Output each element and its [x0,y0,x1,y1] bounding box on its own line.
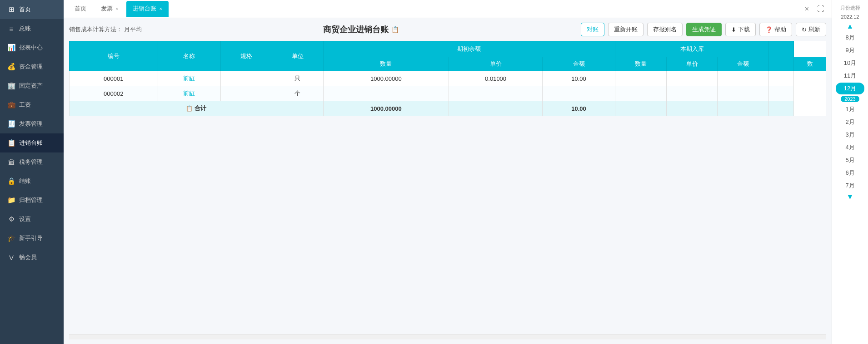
month-item-11[interactable]: 11月 [832,69,868,82]
sidebar-item-label: 税务管理 [19,158,43,166]
tab-invoice-label: 发票 [101,5,113,13]
help-button[interactable]: ❓ 帮助 [759,23,792,36]
settings-icon: ⚙ [7,215,15,223]
month-item-2023-6[interactable]: 6月 [832,167,868,179]
sidebar-item-label: 进销台账 [19,139,43,147]
cell-opening-amount-1: 10.00 [543,71,615,86]
sidebar-item-tax-management[interactable]: 🏛 税务管理 [0,152,64,172]
month-item-9[interactable]: 9月 [832,44,868,57]
cell-opening-qty-2 [323,86,449,101]
month-selector-panel: 月份选择 2022.12 ▲ 8月 9月 10月 11月 12月 2023 1月… [832,0,868,344]
fund-icon: 💰 [7,63,15,71]
help-label: 帮助 [774,25,786,34]
sidebar-item-report-center[interactable]: 📊 报表中心 [0,38,64,57]
sidebar-item-fixed-assets[interactable]: 🏢 固定资产 [0,76,64,95]
refresh-button[interactable]: ↻ 刷新 [796,23,826,36]
reopen-button[interactable]: 重新开账 [608,23,644,36]
sidebar-item-label: 设置 [19,215,31,223]
sub-header-inbound-qty: 数量 [615,57,666,71]
membership-icon: V [7,254,15,261]
table-row: 000001 前缸 只 1000.00000 0.01000 10.00 [70,71,826,86]
archive-icon: 📁 [7,196,15,204]
cell-inbound-amount-1 [718,71,769,86]
save-alias-button[interactable]: 存报别名 [647,23,683,36]
sidebar-item-closing[interactable]: 🔒 结账 [0,172,64,191]
cell-inbound-qty-2 [615,86,666,101]
month-item-2023-1[interactable]: 1月 [832,103,868,116]
sidebar-item-payroll[interactable]: 💼 工资 [0,95,64,114]
window-close-button[interactable]: × [802,4,812,14]
top-info-bar: 销售成本计算方法： 月平均 商贸企业进销台账 📋 对账 重新开账 存报别名 生成… [69,23,826,36]
page-title: 商贸企业进销台账 📋 [323,24,399,35]
total-row: 📋 合计 1000.00000 10.00 [70,101,826,116]
cell-code-1: 000001 [70,71,158,86]
month-nav-up[interactable]: ▲ [832,21,868,31]
cell-inbound-amount-2 [718,86,769,101]
month-item-12[interactable]: 12月 [836,83,864,94]
sidebar-item-home[interactable]: ⊞ 首页 [0,0,64,19]
cost-method: 销售成本计算方法： 月平均 [69,25,142,34]
sidebar-item-label: 总账 [19,25,31,33]
toolbar: 对账 重新开账 存报别名 生成凭证 ⬇ 下载 ❓ 帮助 [581,23,826,36]
sidebar-item-label: 资金管理 [19,63,43,71]
refresh-icon: ↻ [802,26,807,33]
sidebar-item-label: 固定资产 [19,82,43,90]
data-table: 编号 名称 规格 单位 期初余额 本期入库 数量 单价 金额 数量 单价 [69,41,826,116]
help-icon: ❓ [765,26,773,33]
cell-spec-1 [221,71,272,86]
generate-voucher-label: 生成凭证 [692,25,716,34]
report-icon: 📊 [7,44,15,52]
col-header-current-inbound: 本期入库 [615,41,768,57]
main-content: 首页 发票 × 进销台账 × × ⛶ 销售成本计算方法： 月平均 商贸企业进销台… [64,0,832,344]
sidebar-item-settings[interactable]: ⚙ 设置 [0,210,64,229]
sidebar-item-label: 结账 [19,177,31,185]
month-item-2023-2[interactable]: 2月 [832,116,868,128]
sub-header-inbound-price: 单价 [666,57,718,71]
tab-invoice-close[interactable]: × [115,6,118,11]
sidebar-item-label: 畅会员 [19,253,37,261]
month-year-label-2022: 2022.12 [832,13,868,21]
cell-opening-amount-2 [543,86,615,101]
window-maximize-button[interactable]: ⛶ [814,4,827,14]
total-inbound-amount [718,101,769,116]
cell-opening-price-2 [449,86,542,101]
cell-opening-price-1: 0.01000 [449,71,542,86]
page-title-icon[interactable]: 📋 [391,26,399,33]
month-selector-title: 月份选择 [832,3,868,13]
sidebar-item-membership[interactable]: V 畅会员 [0,248,64,267]
month-item-8[interactable]: 8月 [832,31,868,44]
tab-purchase-sales-close[interactable]: × [159,6,162,11]
tax-icon: 🏛 [7,158,15,166]
tab-purchase-sales-label: 进销台账 [133,5,156,13]
sidebar-item-general-ledger[interactable]: ≡ 总账 [0,19,64,38]
month-item-10[interactable]: 10月 [832,57,868,69]
download-icon: ⬇ [731,26,736,33]
sidebar-item-label: 报表中心 [19,44,43,52]
sidebar-item-beginner-guide[interactable]: 🎓 新手引导 [0,229,64,248]
tab-invoice[interactable]: 发票 × [95,1,125,17]
closing-icon: 🔒 [7,177,15,185]
cell-unit-1: 只 [272,71,324,86]
page-title-text: 商贸企业进销台账 [323,24,389,35]
tab-home[interactable]: 首页 [68,1,93,17]
sidebar-item-purchase-sales[interactable]: 📋 进销台账 [0,133,64,152]
month-item-2023-3[interactable]: 3月 [832,128,868,141]
sidebar-item-invoice-management[interactable]: 🧾 发票管理 [0,114,64,133]
generate-voucher-button[interactable]: 生成凭证 [686,23,722,36]
cell-extra-1 [769,71,794,86]
sidebar-item-fund-management[interactable]: 💰 资金管理 [0,57,64,76]
download-button[interactable]: ⬇ 下载 [725,23,756,36]
total-inbound-price [666,101,718,116]
bottom-scrollbar[interactable] [69,334,826,339]
sidebar-item-archive-management[interactable]: 📁 归档管理 [0,191,64,210]
payroll-icon: 💼 [7,101,15,109]
tab-window-actions: × ⛶ [802,4,827,14]
month-item-2023-7[interactable]: 7月 [832,179,868,192]
month-item-2023-5[interactable]: 5月 [832,154,868,167]
month-item-2023-4[interactable]: 4月 [832,141,868,154]
data-table-wrapper: 编号 名称 规格 单位 期初余额 本期入库 数量 单价 金额 数量 单价 [69,41,826,334]
month-nav-down[interactable]: ▼ [832,192,868,202]
download-label: 下载 [738,25,750,34]
tab-purchase-sales[interactable]: 进销台账 × [126,1,168,17]
reconcile-button[interactable]: 对账 [581,23,604,36]
